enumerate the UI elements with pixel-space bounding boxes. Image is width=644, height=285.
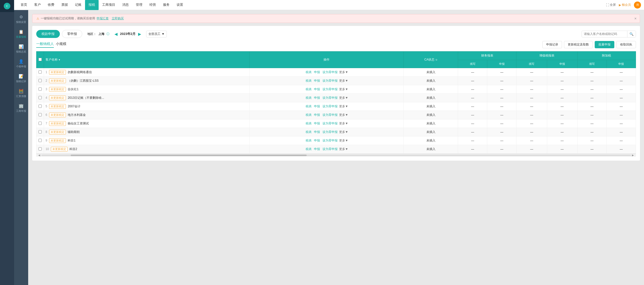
row-checkbox-1[interactable]: [38, 79, 42, 82]
tab-general-taxpayer[interactable]: 一般纳税人: [36, 42, 54, 48]
search-input[interactable]: [582, 31, 627, 37]
row-checkbox-3[interactable]: [38, 96, 42, 99]
nav-item-invoice[interactable]: 票据: [58, 0, 71, 10]
nav-item-manage[interactable]: 管理: [132, 0, 146, 10]
nav-item-bookkeeping[interactable]: 记账: [71, 0, 85, 10]
scroll-thumb[interactable]: [71, 155, 307, 156]
op-more-1[interactable]: 更多▼: [339, 79, 348, 82]
user-avatar[interactable]: 用: [634, 2, 641, 9]
nav-item-message[interactable]: 消息: [119, 0, 132, 10]
row-checkbox-4[interactable]: [38, 105, 42, 108]
op-declare-8[interactable]: 申报: [314, 139, 320, 142]
op-tax-table-8[interactable]: 税表: [306, 139, 312, 142]
op-tax-table-9[interactable]: 税表: [306, 147, 312, 151]
nav-item-home[interactable]: 首页: [17, 0, 31, 10]
op-more-8[interactable]: 更多▼: [339, 139, 348, 142]
op-tax-table-0[interactable]: 税表: [306, 70, 312, 74]
op-zero-4[interactable]: 设为零申报: [323, 105, 338, 108]
op-more-2[interactable]: 更多▼: [339, 87, 348, 91]
tab-zero-declaration[interactable]: 零申报: [62, 30, 82, 38]
sidebar-item-business-annual[interactable]: 🏢 工商年报: [14, 101, 28, 115]
staff-selector[interactable]: 全部员工 ▼: [146, 31, 167, 37]
scroll-right-arrow[interactable]: ▶: [631, 154, 635, 157]
sidebar-item-tax-overview[interactable]: 📊 报税总览: [14, 42, 28, 56]
op-tax-table-4[interactable]: 税表: [306, 105, 312, 108]
op-declare-7[interactable]: 申报: [314, 130, 320, 134]
banner-close-button[interactable]: ✕: [634, 17, 637, 20]
sidebar-item-tax-settings[interactable]: ⚙ 报税设置: [14, 12, 28, 26]
op-more-3[interactable]: 更多▼: [339, 96, 348, 100]
row-ca-3: 未插入: [404, 94, 458, 102]
update-button[interactable]: 更新税定及取数: [564, 41, 593, 48]
op-zero-3[interactable]: 设为零申报: [323, 96, 338, 100]
op-zero-5[interactable]: 设为零申报: [323, 113, 338, 117]
nav-item-settings[interactable]: 设置: [173, 0, 187, 10]
op-declare-9[interactable]: 申报: [314, 147, 320, 151]
op-declare-2[interactable]: 申报: [314, 87, 320, 91]
row-col-1-2: —: [516, 77, 547, 85]
op-more-4[interactable]: 更多▼: [339, 105, 348, 108]
col-header-name[interactable]: 客户名称: [44, 52, 250, 68]
op-zero-6[interactable]: 设为零申报: [323, 122, 338, 125]
op-more-9[interactable]: 更多▼: [339, 147, 348, 151]
op-more-6[interactable]: 更多▼: [339, 122, 348, 125]
sidebar-item-batch-tax[interactable]: 📋 批量报税: [14, 27, 28, 41]
op-declare-1[interactable]: 申报: [314, 79, 320, 82]
tab-tax-declaration[interactable]: 税款申报: [36, 30, 60, 38]
op-tax-table-6[interactable]: 税表: [306, 122, 312, 125]
op-zero-7[interactable]: 设为零申报: [323, 130, 338, 134]
op-zero-9[interactable]: 设为零申报: [323, 147, 338, 151]
sidebar-item-annual-settle[interactable]: 🧮 汇算清缴: [14, 86, 28, 101]
row-col-2-3: —: [547, 85, 577, 94]
date-next-button[interactable]: ▶: [137, 32, 142, 36]
nav-item-operation[interactable]: 经营: [146, 0, 159, 10]
op-more-5[interactable]: 更多▼: [339, 113, 348, 117]
op-declare-5[interactable]: 申报: [314, 113, 320, 117]
op-tax-table-2[interactable]: 税表: [306, 87, 312, 91]
scroll-left-arrow[interactable]: ◀: [37, 154, 41, 157]
nav-item-service[interactable]: 服务: [159, 0, 173, 10]
nav-item-tax[interactable]: 报税: [85, 0, 99, 10]
op-zero-0[interactable]: 设为零申报: [323, 70, 338, 74]
op-declare-4[interactable]: 申报: [314, 105, 320, 108]
op-more-7[interactable]: 更多▼: [339, 130, 348, 134]
date-prev-button[interactable]: ◀: [113, 32, 118, 36]
row-checkbox-7[interactable]: [38, 130, 42, 133]
op-tax-table-1[interactable]: 税表: [306, 79, 312, 82]
banner-link-buy[interactable]: 立即购买: [112, 16, 124, 21]
row-checkbox-9[interactable]: [38, 147, 42, 151]
row-checkbox-8[interactable]: [38, 139, 42, 142]
record-button[interactable]: 申报记录: [542, 41, 562, 48]
row-checkbox-6[interactable]: [38, 122, 42, 125]
op-declare-6[interactable]: 申报: [314, 122, 320, 125]
op-zero-2[interactable]: 设为零申报: [323, 87, 338, 91]
op-tax-table-3[interactable]: 税表: [306, 96, 312, 100]
row-checkbox-0[interactable]: [38, 70, 42, 74]
op-tax-table-5[interactable]: 税表: [306, 113, 312, 117]
op-more-0[interactable]: 更多▼: [339, 70, 348, 74]
op-declare-3[interactable]: 申报: [314, 96, 320, 100]
banner-link-report[interactable]: 申报汇签: [97, 16, 109, 21]
op-tax-table-7[interactable]: 税表: [306, 130, 312, 134]
fullscreen-button[interactable]: ⛶ 全屏: [606, 3, 616, 7]
op-zero-8[interactable]: 设为零申报: [323, 139, 338, 142]
nav-item-customer[interactable]: 客户: [31, 0, 44, 10]
tab-small-scale[interactable]: 小规模: [56, 42, 66, 48]
search-button[interactable]: 🔍: [627, 31, 636, 37]
row-name-text-0: 勿删新税网络通信: [68, 70, 92, 74]
scroll-track[interactable]: [41, 155, 631, 156]
row-checkbox-2[interactable]: [38, 87, 42, 91]
vip-button[interactable]: ▶ 畅会员: [619, 3, 631, 7]
withdraw-button[interactable]: 收取回执: [616, 41, 636, 48]
horizontal-scrollbar[interactable]: ◀ ▶: [36, 154, 636, 157]
batch-declare-button[interactable]: 批量申报: [595, 41, 614, 48]
row-checkbox-5[interactable]: [38, 113, 42, 116]
sidebar-item-personal-tax[interactable]: 👤 个税申报: [14, 57, 28, 71]
sidebar-item-tax-record[interactable]: 📝 报税记录: [14, 71, 28, 86]
op-zero-1[interactable]: 设为零申报: [323, 79, 338, 82]
region-info-icon[interactable]: ⓘ: [106, 32, 109, 36]
select-all-checkbox[interactable]: [38, 58, 42, 61]
op-declare-0[interactable]: 申报: [314, 70, 320, 74]
nav-item-billing[interactable]: 收费: [44, 0, 58, 10]
nav-item-business[interactable]: 工商项目: [99, 0, 119, 10]
